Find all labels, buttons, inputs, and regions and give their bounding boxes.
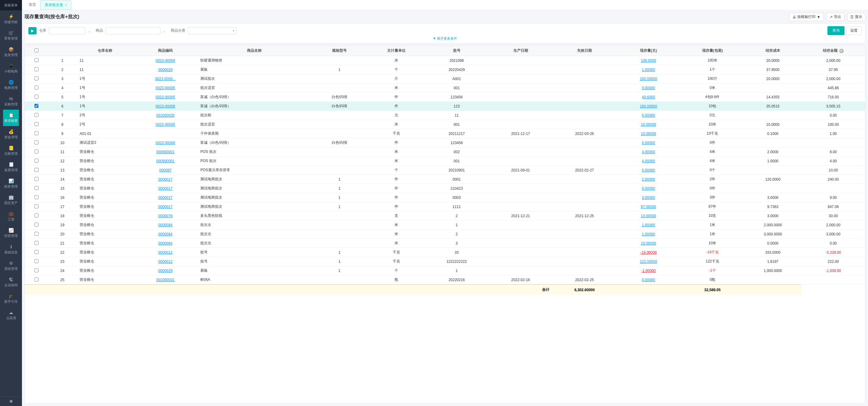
row-code[interactable]: 000097 <box>133 166 197 175</box>
table-row[interactable]: 16 营业粮仓 0000017 测试电商批次 1 件 0003 3.00000 … <box>25 193 865 202</box>
sidebar-item-sys-mgmt[interactable]: ⚙系统管理 <box>3 258 19 274</box>
product-input[interactable] <box>105 27 160 34</box>
filter-arrow-btn[interactable]: ▶ <box>28 27 37 34</box>
row-qty-main[interactable]: 122.00000 <box>617 257 681 266</box>
table-row[interactable]: 13 营业粮仓 000097 POS显示库存异常 个 20210901 2021… <box>25 166 865 175</box>
row-checkbox[interactable] <box>25 102 48 111</box>
row-checkbox[interactable] <box>25 111 48 120</box>
row-code[interactable]: 0023-00008 <box>133 138 197 147</box>
row-checkbox[interactable] <box>25 74 48 83</box>
sidebar-item-general[interactable]: 📒总账管理 <box>3 142 19 159</box>
row-code[interactable]: 0023-00005 <box>133 120 197 129</box>
row-code[interactable]: 0000012 <box>133 248 197 257</box>
table-row[interactable]: 24 营业粮仓 0000029 展板 1 个 1 -1.00000 -1个 1,… <box>25 266 865 275</box>
display-button[interactable]: ☰ 显示 <box>847 13 866 21</box>
export-button[interactable]: ↗ 导出 <box>826 13 844 21</box>
sidebar-item-wholesale[interactable]: 📦批发管理 <box>3 44 19 60</box>
row-checkbox[interactable] <box>25 248 48 257</box>
sidebar-item-payroll[interactable]: 💼工资 <box>3 208 19 225</box>
sidebar-settings[interactable]: ⚙ <box>0 397 22 406</box>
row-qty-main[interactable]: 10.00000 <box>617 211 681 221</box>
sidebar-item-fixed-assets[interactable]: 🏢固定资产 <box>3 192 19 208</box>
row-code[interactable]: 0000084 <box>133 239 197 248</box>
row-code[interactable]: 0023-00005 <box>133 93 197 102</box>
row-code[interactable]: 000900001 <box>133 147 197 157</box>
sidebar-item-business[interactable]: 📈经营管理 <box>3 225 19 241</box>
table-row[interactable]: 19 营业粮仓 0000084 批次次 米 1 1.00000 1米 2,000… <box>25 221 865 230</box>
row-qty-main[interactable]: 100.00000 <box>617 74 681 83</box>
row-qty-main[interactable]: 100.00000 <box>617 102 681 111</box>
row-qty-main[interactable]: 3.00000 <box>617 193 681 202</box>
table-row[interactable]: 11 营业粮仓 000900001 POS 批次 米 002 4.00000 4… <box>25 147 865 157</box>
sidebar-item-retail[interactable]: 🛒零售管理 <box>3 27 19 44</box>
row-qty-main[interactable]: 0.00000 <box>617 111 681 120</box>
row-checkbox[interactable] <box>25 239 48 248</box>
select-all-checkbox[interactable] <box>34 48 38 53</box>
table-row[interactable]: 25 营业粮仓 001000031 鲜鸡A 瓶 20220216 2022-02… <box>25 275 865 285</box>
row-checkbox[interactable] <box>25 221 48 230</box>
row-code[interactable]: 0000078 <box>133 211 197 221</box>
row-qty-main[interactable]: 100.0000 <box>617 56 681 65</box>
filter-settings-button[interactable]: 设置 <box>846 26 862 35</box>
table-row[interactable]: 12 营业粮仓 000900001 POS 批次 米 001 4.00000 4… <box>25 157 865 166</box>
row-qty-main[interactable]: 4.00000 <box>617 157 681 166</box>
print-button[interactable]: 🖨 按模板打印 ▼ <box>789 13 824 21</box>
sidebar-item-tax[interactable]: 📊税务管理 <box>3 175 19 192</box>
row-checkbox[interactable] <box>25 93 48 102</box>
row-checkbox[interactable] <box>25 56 48 65</box>
tab-inventory-batch[interactable]: 库存批次查 × <box>40 0 71 10</box>
table-row[interactable]: 14 营业粮仓 0000017 测试电商批次 1 件 0001 2.00000 … <box>25 175 865 184</box>
row-code[interactable]: 0000017 <box>133 193 197 202</box>
row-qty-main[interactable]: 10.00000 <box>617 120 681 129</box>
row-qty-main[interactable]: -1.00000 <box>617 266 681 275</box>
sidebar-item-inventory[interactable]: 📋库存核查 <box>3 110 19 126</box>
row-checkbox[interactable] <box>25 175 48 184</box>
table-row[interactable]: 1 11 0023-00009 软硬通用物资 米 2021098 100.000… <box>25 56 865 65</box>
row-checkbox[interactable] <box>25 184 48 193</box>
table-row[interactable]: 18 营业粮仓 0000078 多头黑色软线 支 2 2021-12-21 20… <box>25 211 865 221</box>
table-row[interactable]: 7 2号 001000026 批次框 元 11 0.00000 0元 0.00 <box>25 111 865 120</box>
row-qty-main[interactable]: 1.00000 <box>617 230 681 239</box>
row-checkbox[interactable] <box>25 275 48 285</box>
row-code[interactable]: 0000017 <box>133 175 197 184</box>
row-checkbox[interactable] <box>25 193 48 202</box>
row-code[interactable]: 000900001 <box>133 157 197 166</box>
help-icon[interactable]: ① <box>839 49 844 53</box>
table-row[interactable]: 10 测试适宜2 0023-00008 富诚（白色/闷情） 白色/闷情 件 12… <box>25 138 865 147</box>
sidebar-item-ecommerce[interactable]: 🌐电商管理 <box>3 77 19 93</box>
row-qty-main[interactable]: 87.00000 <box>617 202 681 211</box>
table-row[interactable]: 22 营业粮仓 0000012 批号 1 千克 33 -16.00000 -16… <box>25 248 865 257</box>
row-qty-main[interactable]: 0.00000 <box>617 275 681 285</box>
row-qty-main[interactable]: 1.00000 <box>617 65 681 74</box>
sidebar-item-basic-info[interactable]: ℹ基础信息 <box>3 241 19 258</box>
row-checkbox[interactable] <box>25 266 48 275</box>
row-code[interactable]: 0023-00005 <box>133 83 197 93</box>
sidebar-item-invoice[interactable]: 🧾发票管理 <box>3 159 19 175</box>
row-code[interactable]: 0000084 <box>133 230 197 239</box>
sidebar-item-enterprise[interactable]: 🏗企业协同 <box>3 274 19 291</box>
row-qty-main[interactable]: 0.00000 <box>617 83 681 93</box>
row-code[interactable]: 0000017 <box>133 184 197 193</box>
tab-home[interactable]: 首页 <box>24 0 40 10</box>
row-code[interactable]: 0000084 <box>133 221 197 230</box>
category-select[interactable] <box>188 27 237 34</box>
table-row[interactable]: 6 1号 0023-00008 富诚（白色/闷情） 白色/闷情 件 123 10… <box>25 102 865 111</box>
sidebar-search[interactable]: 搜索菜单 <box>0 0 22 11</box>
row-checkbox[interactable] <box>25 211 48 221</box>
row-checkbox[interactable] <box>25 138 48 147</box>
row-code[interactable]: 0000029 <box>133 266 197 275</box>
row-qty-main[interactable]: 0.00000 <box>617 184 681 193</box>
row-qty-main[interactable]: 0.00000 <box>617 166 681 175</box>
row-checkbox[interactable] <box>25 157 48 166</box>
row-qty-main[interactable]: 49.6000 <box>617 93 681 102</box>
row-checkbox[interactable] <box>25 257 48 266</box>
table-row[interactable]: 9 A01-01 子件保质期 千克 20211217 2021-12-17 20… <box>25 129 865 138</box>
sidebar-item-quick-nav[interactable]: ⚡快捷导航 <box>3 11 19 27</box>
table-row[interactable]: 5 1号 0023-00005 富诚（白色/闷情） 白色/闷情 件 123456… <box>25 93 865 102</box>
row-checkbox[interactable] <box>25 65 48 74</box>
expand-conditions-btn[interactable]: ▼ 展开更多条件 <box>433 36 457 41</box>
row-checkbox[interactable] <box>25 230 48 239</box>
table-row[interactable]: 8 2号 0023-00005 批次适宜 米 001 10.00000 10米 … <box>25 120 865 129</box>
row-qty-main[interactable]: -16.00000 <box>617 248 681 257</box>
table-row[interactable]: 17 营业粮仓 0000017 测试电商批次 1 件 1111 87.00000… <box>25 202 865 211</box>
